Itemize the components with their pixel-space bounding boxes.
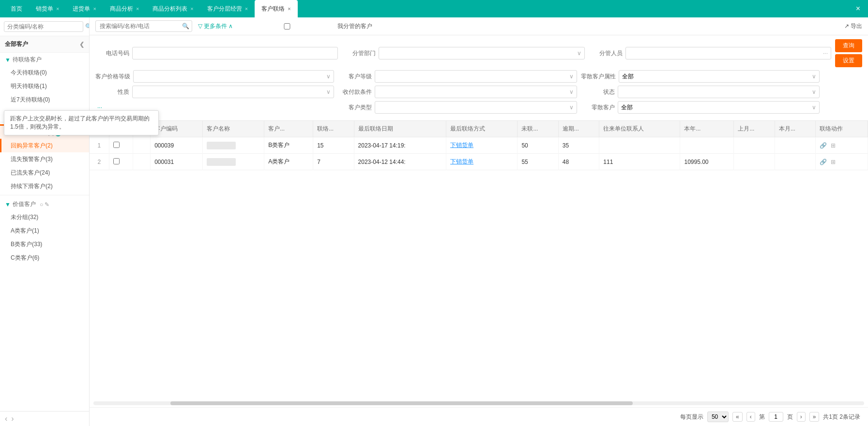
price-level-select[interactable]: ∨ bbox=[133, 70, 334, 83]
row1-checkbox[interactable] bbox=[109, 137, 133, 154]
row2-actions: 🔗 ⊞ bbox=[816, 154, 868, 170]
collapse-sidebar-button[interactable]: ❮ bbox=[79, 41, 84, 48]
page-number-input[interactable] bbox=[769, 412, 783, 422]
data-table-container[interactable]: ⚙ 客户编码 客户名称 客户... 联络... 最后联络日期 最后联络方式 未联… bbox=[90, 121, 868, 399]
sidebar-item-tomorrow[interactable]: 明天待联络(1) bbox=[0, 79, 89, 93]
sidebar-search-area: 🔍 bbox=[0, 17, 89, 36]
row1-action-icons: 🔗 ⊞ bbox=[820, 142, 864, 149]
sidebar-item-today[interactable]: 今天待联络(0) bbox=[0, 66, 89, 79]
product-list-tab-close[interactable]: × bbox=[190, 6, 193, 12]
next-page-button[interactable]: › bbox=[797, 412, 806, 422]
row2-link-icon[interactable]: 🔗 bbox=[820, 159, 827, 165]
prev-page-button[interactable]: ‹ bbox=[746, 412, 755, 422]
sidebar-item-churned[interactable]: 已流失客户(24) bbox=[0, 166, 89, 179]
filter-cell-nature: 性质 ∨ bbox=[95, 86, 334, 98]
scatter-cust-select[interactable]: 全部∨ bbox=[618, 101, 820, 114]
export-label: 导出 bbox=[851, 22, 862, 30]
sidebar-item-churn-warning[interactable]: 流失预警客户(3) bbox=[0, 152, 89, 166]
row1-grid-icon[interactable]: ⊞ bbox=[831, 142, 836, 149]
scatter-attr-select[interactable]: 全部∨ bbox=[619, 70, 820, 83]
dept-arrow-icon: ∨ bbox=[577, 50, 581, 57]
filter-icon: ▽ bbox=[198, 23, 202, 29]
product-analysis-tab-close[interactable]: × bbox=[136, 6, 139, 12]
sidebar-prev-icon[interactable]: ‹ bbox=[5, 414, 7, 423]
sidebar-item-c-class[interactable]: C类客户(6) bbox=[0, 251, 89, 264]
row2-this-month bbox=[775, 154, 815, 170]
row1-overdue: 35 bbox=[558, 137, 599, 154]
payment-select[interactable]: ∨ bbox=[375, 86, 577, 98]
tooltip-popup: 距客户上次交易时长，超过了此客户的平均交易周期的1.5倍，则视为异常。 bbox=[90, 110, 159, 135]
group-value-customers[interactable]: ▼ 价值客户 ○ ✎ bbox=[0, 197, 89, 210]
nav-tab-product-list[interactable]: 商品分析列表 × bbox=[146, 0, 200, 17]
per-page-select[interactable]: 50 bbox=[707, 411, 729, 422]
nature-arrow-icon: ∨ bbox=[326, 88, 331, 95]
close-all-tabs[interactable]: × bbox=[852, 4, 864, 13]
group-triangle-icon3: ▼ bbox=[5, 201, 11, 208]
scrollbar-track[interactable] bbox=[93, 401, 864, 405]
sidebar-item-repurchase-active[interactable]: 回购异常客户(2) bbox=[0, 139, 89, 152]
sidebar-search-button[interactable]: 🔍 bbox=[85, 23, 90, 30]
status-label: 状态 bbox=[581, 88, 615, 96]
row2-grid-icon[interactable]: ⊞ bbox=[831, 159, 836, 165]
last-page-button[interactable]: » bbox=[809, 412, 820, 422]
row2-overdue: 48 bbox=[558, 154, 599, 170]
sidebar-search-input[interactable] bbox=[4, 21, 83, 32]
cust-type-arrow-icon: ∨ bbox=[569, 104, 574, 111]
search-icon[interactable]: 🔍 bbox=[182, 23, 189, 29]
search-wrapper: 🔍 bbox=[95, 20, 192, 32]
person-select[interactable]: ··· bbox=[625, 47, 831, 59]
department-select[interactable]: ∨ bbox=[379, 47, 584, 59]
nature-label: 性质 bbox=[95, 88, 129, 96]
main-layout: 🔍 全部客户 ❮ ▼ 待联络客户 今天待联络(0) 明天待联络(1) 近7天待联… bbox=[0, 17, 868, 426]
row1-no: 1 bbox=[90, 137, 109, 154]
settings-button[interactable]: 设置 bbox=[835, 54, 862, 67]
row2-last-method[interactable]: 下销货单 bbox=[446, 154, 518, 170]
sidebar-next-icon[interactable]: › bbox=[11, 414, 14, 423]
purchase-tab-label: 进货单 bbox=[73, 5, 90, 13]
person-label: 分管人员 bbox=[589, 49, 623, 58]
sales-tab-close[interactable]: × bbox=[56, 6, 59, 12]
col-this-year: 本年... bbox=[680, 121, 734, 137]
nav-tab-customer-tier[interactable]: 客户分层经营 × bbox=[200, 0, 255, 17]
horizontal-scrollbar[interactable] bbox=[90, 399, 868, 407]
nav-tab-sales[interactable]: 销货单 × bbox=[29, 0, 66, 17]
customer-contact-tab-close[interactable]: × bbox=[288, 6, 290, 12]
home-tab-label: 首页 bbox=[11, 5, 22, 12]
cust-type-select[interactable]: ∨ bbox=[375, 101, 577, 114]
scatter-cust-arrow-icon: ∨ bbox=[812, 104, 816, 111]
scrollbar-thumb[interactable] bbox=[170, 401, 633, 405]
my-customers-filter[interactable]: 我分管的客户 bbox=[239, 22, 372, 30]
sidebar-item-ungrouped[interactable]: 未分组(32) bbox=[0, 210, 89, 224]
first-page-button[interactable]: « bbox=[732, 412, 743, 422]
edit-groups-icon[interactable]: ○ ✎ bbox=[40, 201, 50, 208]
nav-tab-home[interactable]: 首页 bbox=[4, 5, 29, 13]
status-select[interactable]: ∨ bbox=[618, 86, 820, 98]
scatter-attr-arrow-icon: ∨ bbox=[812, 73, 816, 80]
my-customers-checkbox[interactable] bbox=[239, 23, 335, 29]
phone-input[interactable] bbox=[132, 47, 338, 59]
row1-link-icon[interactable]: 🔗 bbox=[820, 142, 827, 149]
more-conditions-button[interactable]: ▽ 更多条件 ∧ bbox=[198, 22, 233, 30]
search-input[interactable] bbox=[95, 20, 192, 32]
cust-level-select[interactable]: ∨ bbox=[375, 70, 577, 83]
row2-uncontacted: 55 bbox=[518, 154, 558, 170]
filter-cell-scatter-attr: 零散客户属性 全部∨ bbox=[581, 70, 820, 83]
status-arrow-icon: ∨ bbox=[812, 88, 816, 95]
sidebar-item-b-class[interactable]: B类客户(33) bbox=[0, 237, 89, 251]
customer-tier-tab-close[interactable]: × bbox=[245, 6, 248, 12]
row2-checkbox[interactable] bbox=[109, 154, 133, 170]
nav-tab-product-analysis[interactable]: 商品分析 × bbox=[103, 0, 146, 17]
query-button[interactable]: 查询 bbox=[835, 39, 862, 52]
group-pending-contact[interactable]: ▼ 待联络客户 bbox=[0, 53, 89, 66]
more-filters-button[interactable]: ··· bbox=[95, 104, 104, 111]
nav-tab-customer-contact[interactable]: 客户联络 × bbox=[255, 0, 297, 17]
sidebar-item-declining[interactable]: 持续下滑客户(2) bbox=[0, 179, 89, 193]
sidebar-item-a-class[interactable]: A类客户(1) bbox=[0, 224, 89, 237]
nav-tab-purchase[interactable]: 进货单 × bbox=[66, 0, 103, 17]
export-button[interactable]: ↗ 导出 bbox=[844, 22, 862, 30]
row1-last-method[interactable]: 下销货单 bbox=[446, 137, 518, 154]
purchase-tab-close[interactable]: × bbox=[93, 6, 96, 12]
nature-select[interactable]: ∨ bbox=[132, 86, 334, 98]
row2-name-placeholder bbox=[207, 158, 236, 166]
sidebar-item-7days[interactable]: 近7天待联络(0) bbox=[0, 93, 89, 106]
